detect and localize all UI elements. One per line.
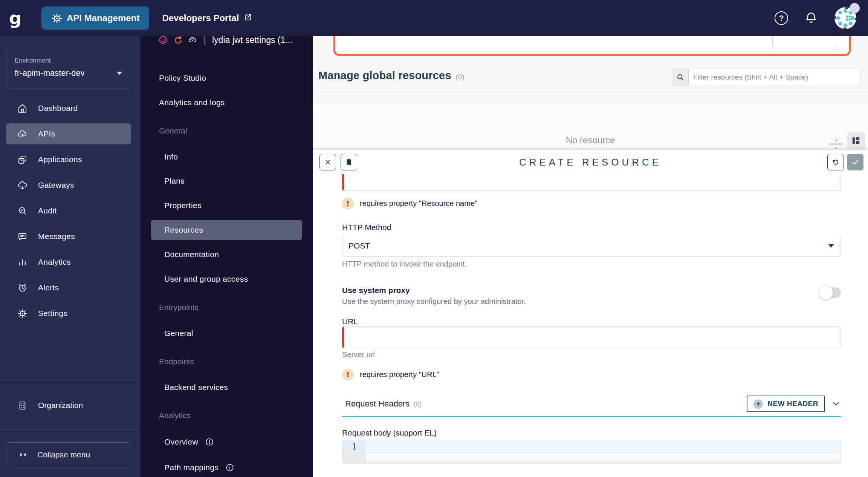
gravitee-logo[interactable]: g (9, 8, 32, 28)
chevron-down-icon[interactable] (831, 399, 841, 409)
main-nav: Dashboard APIs Applications (6, 98, 131, 324)
main-content: Manage global resources (0) No resource … (313, 36, 868, 477)
http-method-select[interactable]: POST (342, 235, 841, 257)
notifications-bell-icon[interactable] (804, 11, 818, 25)
alert-banner (333, 36, 851, 56)
warning-icon: ! (342, 369, 354, 380)
main-sidebar: Environment fr-apim-master-dev Dashboard (0, 36, 140, 477)
resource-count: (0) (456, 73, 465, 81)
sidebar-item-settings[interactable]: Settings (6, 303, 131, 324)
developers-portal-link[interactable]: Developers Portal (162, 13, 254, 23)
sidebar-item-analytics[interactable]: Analytics (6, 252, 131, 273)
collapse-icon (18, 450, 28, 459)
system-proxy-hint: Use the system proxy configured by your … (342, 297, 819, 306)
system-proxy-toggle[interactable] (819, 287, 841, 298)
api-menu-path-mappings[interactable]: Path mappings (151, 459, 302, 477)
api-menu-backend-services[interactable]: Backend services (151, 378, 302, 396)
system-proxy-label: Use system proxy (342, 286, 819, 295)
collapse-menu-button[interactable]: Collapse menu (6, 442, 131, 467)
request-headers-section: Request Headers (0) + NEW HEADER (342, 396, 841, 412)
save-button[interactable] (847, 154, 863, 170)
collapse-menu-label: Collapse menu (37, 450, 90, 459)
help-icon[interactable]: ? (775, 11, 788, 25)
api-menu-section-general: General (159, 123, 187, 138)
sidebar-item-organization[interactable]: Organization (6, 395, 131, 416)
plus-icon: + (753, 399, 763, 409)
environment-value: fr-apim-master-dev (15, 68, 85, 78)
sidebar-item-label: Analytics (38, 258, 71, 267)
http-method-value: POST (342, 241, 821, 250)
info-icon (225, 463, 234, 472)
api-header[interactable]: lydia jwt settings (1... (140, 36, 292, 49)
api-menu-resources[interactable]: Resources (151, 220, 302, 240)
line-number: 1 (342, 440, 366, 454)
api-menu-plans[interactable]: Plans (151, 172, 302, 190)
redeploy-arrow-icon (173, 36, 183, 45)
section-underline (342, 416, 841, 417)
sidebar-item-applications[interactable]: Applications (6, 149, 131, 170)
divider (0, 381, 140, 381)
api-picture-icon (158, 36, 168, 45)
drawer-layout-toggle-button[interactable] (847, 132, 865, 149)
audit-icon (17, 206, 28, 216)
sidebar-item-alerts[interactable]: Alerts (6, 277, 131, 298)
request-headers-label: Request Headers (345, 399, 410, 409)
http-method-label: HTTP Method (342, 223, 841, 232)
editor-active-line[interactable] (366, 440, 840, 454)
divider (313, 93, 868, 93)
sidebar-item-audit[interactable]: Audit (6, 200, 131, 221)
bar-chart-icon (17, 257, 28, 267)
api-menu-section-endpoints: Endpoints (159, 354, 194, 369)
sidebar-item-messages[interactable]: Messages (6, 226, 131, 247)
api-menu-properties[interactable]: Properties (151, 196, 302, 215)
sidebar-item-apis[interactable]: APIs (6, 123, 131, 144)
banner-action-button[interactable] (772, 36, 835, 50)
sidebar-item-label: Settings (38, 309, 67, 318)
sidebar-item-label: Organization (38, 401, 83, 410)
api-menu-section-analytics: Analytics (159, 408, 191, 423)
drawer-resize-handle[interactable]: ▾•••••▴ (830, 139, 843, 149)
cloud-unsync-icon (188, 36, 198, 45)
api-menu-info[interactable]: Info (151, 148, 302, 166)
url-input[interactable] (342, 326, 841, 348)
messages-icon (17, 232, 28, 242)
user-avatar[interactable] (834, 7, 857, 29)
topbar-actions: ? (775, 7, 857, 29)
api-menu-user-group-access[interactable]: User and group access (151, 270, 302, 288)
api-management-button[interactable]: API Management (41, 6, 149, 30)
applications-icon (17, 155, 28, 165)
new-header-button[interactable]: + NEW HEADER (747, 396, 825, 412)
api-menu-analytics-logs[interactable]: Analytics and logs (151, 94, 302, 112)
sidebar-item-gateways[interactable]: Gateways (6, 175, 131, 196)
request-headers-count: (0) (413, 400, 422, 408)
request-body-label: Request body (support EL) (342, 428, 841, 437)
sidebar-item-label: Dashboard (38, 104, 78, 113)
app-root: g API Management Developers Portal (0, 0, 868, 477)
developers-portal-label: Developers Portal (162, 13, 239, 23)
environment-label: Environment (15, 57, 122, 64)
resource-name-input[interactable] (342, 174, 841, 191)
api-menu-documentation[interactable]: Documentation (151, 245, 302, 264)
sidebar-item-dashboard[interactable]: Dashboard (6, 98, 131, 119)
filter-field (672, 69, 861, 86)
url-error: ! requires property "URL" (342, 369, 841, 380)
api-menu-section-entrypoints: Entrypoints (159, 300, 199, 315)
gear-icon (51, 13, 61, 23)
request-body-editor[interactable]: 1 (342, 440, 841, 464)
api-menu-entrypoints-general[interactable]: General (151, 324, 302, 342)
external-link-icon (243, 13, 254, 23)
api-menu-overview[interactable]: Overview (151, 433, 302, 451)
filter-resources-input[interactable] (689, 69, 860, 86)
gear-icon (17, 308, 28, 319)
url-hint: Server url (342, 350, 841, 359)
alarm-icon (17, 283, 28, 293)
search-icon (672, 69, 689, 86)
divider (205, 36, 205, 45)
api-menu-policy-studio[interactable]: Policy Studio (151, 69, 302, 87)
environment-selector[interactable]: Environment fr-apim-master-dev (6, 49, 131, 89)
cloud-upload-icon (17, 129, 28, 139)
editor-area[interactable] (366, 454, 840, 464)
reset-button[interactable] (827, 154, 844, 170)
api-management-label: API Management (67, 13, 139, 23)
select-caret-icon (821, 239, 840, 253)
